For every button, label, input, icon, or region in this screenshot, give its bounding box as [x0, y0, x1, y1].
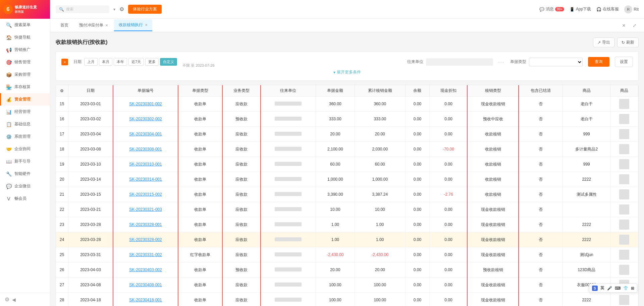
ime-mic-icon[interactable]: 🎤 [607, 286, 612, 291]
tab-prepay[interactable]: 预付冲应付单 ✕ [74, 20, 113, 31]
expand-tab-button[interactable]: ⤢ [631, 22, 639, 29]
sidebar-logo: 6 畅康道好生意 标推版 [0, 0, 50, 19]
cell-discount: 0.00 [430, 278, 468, 293]
bill-no-link[interactable]: SK-20230301-002 [129, 102, 162, 106]
col-acc-amount: 累计核销金额 [355, 85, 405, 97]
chevron-down-icon: ▾ [113, 7, 115, 12]
sidebar-item-purchase[interactable]: 📦采购管理 [0, 68, 50, 81]
custom-date-btn[interactable]: 自定义 [160, 58, 177, 66]
receipt-type-select[interactable] [529, 58, 583, 66]
close-tab-button[interactable]: ✕ [620, 22, 628, 29]
tab-receipt[interactable]: 收款核销执行 ✕ [114, 19, 152, 31]
bill-no-link[interactable]: SK-20230418-001 [129, 298, 162, 302]
collapse-icon[interactable]: ◀ [12, 297, 16, 302]
sidebar-icon-quicknav: 🏠 [6, 35, 12, 40]
filter-toggle-button[interactable]: » [61, 59, 68, 65]
sidebar-item-corp[interactable]: 🤝企业协同 [0, 143, 50, 155]
gear-icon[interactable]: ⚙ [119, 6, 124, 12]
cell-biz-type: 应收款 [222, 217, 260, 232]
sidebar-label-guide: 新手引导 [14, 159, 31, 164]
bill-no-link[interactable]: SK-20230321-003 [129, 207, 162, 212]
sidebar-item-member[interactable]: V畅会员 [0, 192, 50, 205]
last-7days-btn[interactable]: 近7天 [128, 58, 144, 66]
sidebar-icon-system: ⚙️ [6, 134, 12, 139]
cell-date: 2023-03-01 [68, 97, 113, 112]
sidebar-item-quicknav[interactable]: 🏠快捷导航 [0, 31, 50, 44]
cell-acc-amount: 100.00 [355, 278, 405, 293]
export-button[interactable]: ↗ 导出 [593, 38, 614, 47]
bill-no-link[interactable]: SK-20230315-002 [129, 192, 162, 197]
refresh-button[interactable]: ↻ 刷新 [617, 38, 639, 47]
table-row: 16 2023-03-02 SK-20230302-002 收款单 预收款 33… [56, 112, 638, 127]
cell-amount: 333.00 [316, 112, 355, 127]
bill-no-link[interactable]: SK-20230304-001 [129, 132, 162, 136]
sidebar-item-marketing[interactable]: 📢营销推广 [0, 44, 50, 56]
setting-button[interactable]: 设置 [615, 57, 633, 67]
sidebar-item-guide[interactable]: 📖新手引导 [0, 155, 50, 168]
sidebar-item-finance[interactable]: 💰资金管理 [0, 93, 50, 106]
bill-no-link[interactable]: SK-20230331-002 [129, 252, 162, 257]
cell-bill-type: 收款单 [178, 97, 223, 112]
partner-filter-section: 往来单位 [407, 58, 493, 66]
table-row: 25 2023-03-31 SK-20230331-002 红字收款单 应收款 … [56, 247, 638, 262]
cell-bill-no: SK-20230331-002 [113, 247, 178, 262]
cell-bill-no: SK-20230302-002 [113, 112, 178, 127]
bill-no-link[interactable]: SK-20230308-001 [129, 147, 162, 151]
tab-prepay-close-icon[interactable]: ✕ [105, 23, 108, 27]
cell-discount: 0.00 [430, 247, 468, 262]
sidebar-label-hardware: 智能硬件 [14, 171, 31, 177]
cell-settled: 否 [519, 278, 563, 293]
bill-no-link[interactable]: SK-20230328-001 [129, 222, 162, 227]
cell-acc-amount: 1.00 [355, 232, 405, 247]
ime-keyboard-icon[interactable]: ⌨ [615, 286, 621, 291]
cell-bill-no: SK-20230308-001 [113, 142, 178, 157]
sidebar-item-system[interactable]: ⚙️系统管理 [0, 130, 50, 143]
sidebar-item-sales[interactable]: 🎯销售管理 [0, 56, 50, 68]
sidebar-item-inventory[interactable]: 🏪库存核算 [0, 81, 50, 93]
sidebar-label-search: 搜索菜单 [14, 22, 31, 28]
this-year-btn[interactable]: 本年 [114, 58, 127, 66]
header-search-box[interactable]: 🔍 搜索 [56, 5, 109, 13]
sidebar-bottom[interactable]: ⚙ ◀ [0, 293, 50, 306]
sidebar-label-system: 系统管理 [14, 134, 31, 139]
partner-input[interactable] [426, 58, 493, 66]
notifications-item[interactable]: 💬 消息 99+ [539, 6, 564, 12]
sidebar-item-wechat[interactable]: 💬企业微信 [0, 180, 50, 192]
sidebar-item-operations[interactable]: 📊经营管理 [0, 106, 50, 118]
query-button[interactable]: 查询 [588, 57, 609, 67]
app-download-item[interactable]: 📱 App下载 [570, 6, 591, 12]
tab-receipt-close-icon[interactable]: ✕ [145, 23, 148, 27]
bill-no-link[interactable]: SK-20230408-001 [129, 283, 162, 287]
sidebar-item-search[interactable]: 🔍搜索菜单 [0, 19, 50, 31]
bill-no-link[interactable]: SK-20230310-001 [129, 162, 162, 167]
sidebar-item-hardware[interactable]: 🔧智能硬件 [0, 168, 50, 180]
cell-no: 15 [56, 97, 68, 112]
tab-receipt-label: 收款核销执行 [119, 22, 143, 28]
more-date-btn[interactable]: 更多 [145, 58, 159, 66]
ime-shirt-icon[interactable]: 👕 [623, 286, 628, 291]
bill-no-link[interactable]: SK-20230314-001 [129, 177, 162, 182]
cell-partner [261, 157, 316, 172]
col-settings[interactable]: ⚙ [56, 85, 68, 97]
industry-solution-button[interactable]: 体验行业方案 [128, 5, 162, 14]
cell-date: 2023-04-03 [68, 262, 113, 278]
ime-grid-icon[interactable]: ⊞ [631, 286, 634, 291]
sidebar-icon-purchase: 📦 [6, 72, 12, 77]
settings-icon[interactable]: ⚙ [5, 296, 9, 303]
column-settings-icon[interactable]: ⚙ [60, 88, 64, 93]
cell-settled: 否 [519, 217, 563, 232]
cell-biz-type: 预收款 [222, 112, 260, 127]
expand-conditions-btn[interactable]: ▾ 展开更多条件 [61, 68, 633, 76]
sidebar-label-sales: 销售管理 [14, 59, 31, 65]
bill-no-link[interactable]: SK-20230403-002 [129, 267, 162, 272]
tab-home[interactable]: 首页 [56, 20, 73, 31]
cell-balance: 0.00 [405, 187, 430, 202]
bill-no-link[interactable]: SK-20230302-002 [129, 117, 162, 121]
this-month-btn[interactable]: 本月 [99, 58, 112, 66]
user-profile[interactable]: R Rit [624, 5, 639, 13]
online-service-item[interactable]: 🎧 在线客服 [596, 6, 619, 12]
bill-no-link[interactable]: SK-20230328-002 [129, 237, 162, 242]
last-month-btn[interactable]: 上月 [84, 58, 98, 66]
sidebar-item-basic[interactable]: 📋基础信息 [0, 118, 50, 130]
cell-partner [261, 247, 316, 262]
